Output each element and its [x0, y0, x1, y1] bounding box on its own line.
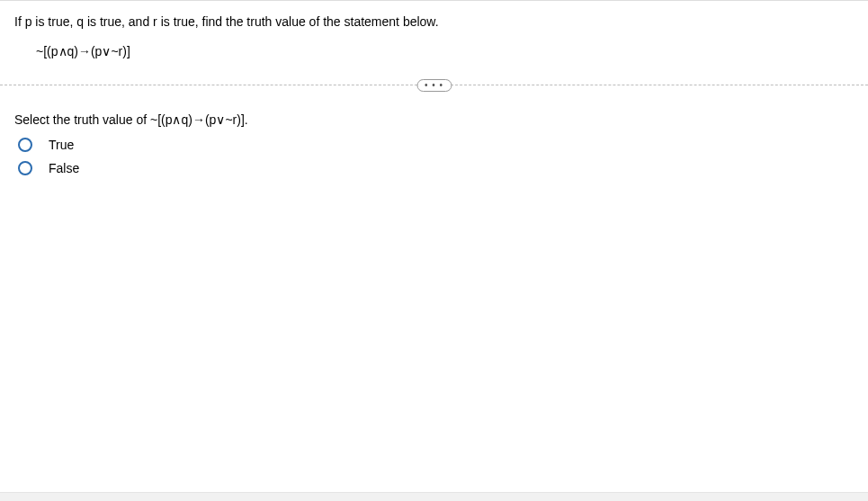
radio-option-false[interactable]: False [14, 161, 854, 175]
radio-option-true[interactable]: True [14, 138, 854, 152]
radio-circle-icon[interactable] [18, 138, 32, 152]
question-prompt: If p is true, q is true, and r is true, … [14, 13, 854, 31]
radio-label: True [49, 138, 74, 152]
bottom-bar [0, 492, 868, 501]
question-formula: ~[(p∧q)→(p∨~r)] [14, 44, 854, 58]
radio-circle-icon[interactable] [18, 161, 32, 175]
answer-prompt: Select the truth value of ~[(p∧q)→(p∨~r)… [14, 112, 854, 127]
expand-button[interactable]: • • • [416, 79, 452, 92]
question-section: If p is true, q is true, and r is true, … [0, 1, 868, 76]
radio-label: False [49, 161, 79, 175]
section-divider: • • • [0, 76, 868, 94]
answer-section: Select the truth value of ~[(p∧q)→(p∨~r)… [0, 94, 868, 202]
